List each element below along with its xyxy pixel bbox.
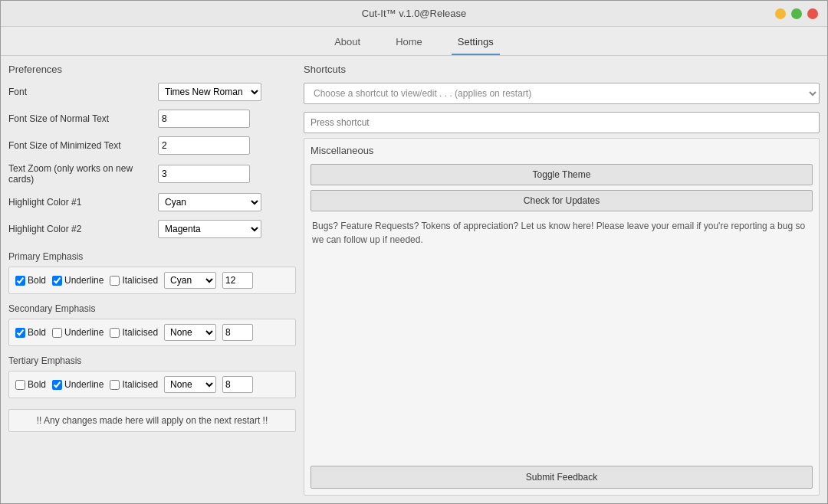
miscellaneous-section: Miscellaneous Toggle Theme Check for Upd… xyxy=(304,138,820,496)
secondary-size-input[interactable] xyxy=(222,324,253,341)
main-content: Preferences Font Times New Roman Arial C… xyxy=(1,56,827,503)
secondary-underline-label[interactable]: Underline xyxy=(52,327,104,338)
preferences-title: Preferences xyxy=(8,64,296,75)
tertiary-size-input[interactable] xyxy=(222,376,253,393)
font-size-minimized-input[interactable] xyxy=(158,136,250,155)
highlight-color-2-select[interactable]: Magenta Cyan Yellow Green None xyxy=(158,220,261,238)
tertiary-underline-label[interactable]: Underline xyxy=(52,379,104,390)
right-panel: Shortcuts Choose a shortcut to view/edit… xyxy=(304,64,820,496)
primary-emphasis-title: Primary Emphasis xyxy=(8,251,296,262)
primary-bold-checkbox[interactable] xyxy=(15,276,25,286)
check-updates-button[interactable]: Check for Updates xyxy=(310,190,813,211)
primary-color-select[interactable]: Cyan Yellow Magenta None xyxy=(164,272,216,289)
tertiary-color-select[interactable]: None Cyan Yellow Magenta xyxy=(164,376,216,393)
nav-bar: About Home Settings xyxy=(1,27,827,56)
primary-underline-label[interactable]: Underline xyxy=(52,275,104,286)
tab-settings[interactable]: Settings xyxy=(452,33,500,55)
minimize-button[interactable] xyxy=(775,8,786,19)
font-size-minimized-label: Font Size of Minimized Text xyxy=(8,140,158,151)
tertiary-bold-checkbox[interactable] xyxy=(15,380,25,390)
font-size-normal-label: Font Size of Normal Text xyxy=(8,113,158,124)
secondary-bold-checkbox[interactable] xyxy=(15,328,25,338)
text-zoom-input[interactable] xyxy=(158,165,250,183)
secondary-emphasis-row: Bold Underline Italicised None Cyan Yell… xyxy=(8,319,296,346)
shortcuts-title: Shortcuts xyxy=(304,64,820,75)
text-zoom-row: Text Zoom (only works on new cards) xyxy=(8,163,296,185)
secondary-bold-label[interactable]: Bold xyxy=(15,327,46,338)
tertiary-emphasis-row: Bold Underline Italicised None Cyan Yell… xyxy=(8,371,296,398)
misc-title: Miscellaneous xyxy=(310,145,813,156)
tertiary-emphasis-section: Tertiary Emphasis Bold Underline Italici… xyxy=(8,355,296,398)
secondary-emphasis-title: Secondary Emphasis xyxy=(8,303,296,314)
primary-bold-label[interactable]: Bold xyxy=(15,275,46,286)
font-size-normal-input[interactable] xyxy=(158,110,250,128)
title-bar: Cut-It™ v.1.0@Release xyxy=(1,1,827,27)
primary-size-input[interactable] xyxy=(222,272,253,289)
primary-underline-checkbox[interactable] xyxy=(52,276,62,286)
primary-italicised-checkbox[interactable] xyxy=(110,276,120,286)
primary-emphasis-row: Bold Underline Italicised Cyan Yellow Ma… xyxy=(8,267,296,294)
highlight-color-1-row: Highlight Color #1 Cyan Yellow Magenta G… xyxy=(8,193,296,211)
highlight-color-1-select[interactable]: Cyan Yellow Magenta Green None xyxy=(158,193,261,211)
secondary-italicised-checkbox[interactable] xyxy=(110,328,120,338)
tertiary-emphasis-title: Tertiary Emphasis xyxy=(8,355,296,366)
restart-notice: !! Any changes made here will apply on t… xyxy=(8,409,296,432)
main-window: Cut-It™ v.1.0@Release About Home Setting… xyxy=(0,0,828,504)
font-label: Font xyxy=(8,87,158,97)
shortcut-select[interactable]: Choose a shortcut to view/edit . . . (ap… xyxy=(304,83,820,104)
window-title: Cut-It™ v.1.0@Release xyxy=(362,8,467,19)
submit-feedback-button[interactable]: Submit Feedback xyxy=(310,466,813,489)
toggle-theme-button[interactable]: Toggle Theme xyxy=(310,164,813,185)
secondary-underline-checkbox[interactable] xyxy=(52,328,62,338)
primary-emphasis-section: Primary Emphasis Bold Underline Italicis… xyxy=(8,251,296,294)
preferences-panel: Preferences Font Times New Roman Arial C… xyxy=(8,64,296,496)
maximize-button[interactable] xyxy=(791,8,802,19)
font-size-normal-row: Font Size of Normal Text xyxy=(8,110,296,128)
secondary-color-select[interactable]: None Cyan Yellow Magenta xyxy=(164,324,216,341)
secondary-emphasis-section: Secondary Emphasis Bold Underline Italic… xyxy=(8,303,296,346)
highlight-color-2-label: Highlight Color #2 xyxy=(8,224,158,234)
feedback-text: Bugs? Feature Requests? Tokens of apprec… xyxy=(310,216,813,461)
highlight-color-2-row: Highlight Color #2 Magenta Cyan Yellow G… xyxy=(8,220,296,238)
font-select[interactable]: Times New Roman Arial Courier New Georgi… xyxy=(158,83,261,101)
font-row: Font Times New Roman Arial Courier New G… xyxy=(8,83,296,101)
highlight-color-1-label: Highlight Color #1 xyxy=(8,197,158,208)
tertiary-underline-checkbox[interactable] xyxy=(52,380,62,390)
tab-about[interactable]: About xyxy=(328,33,366,55)
shortcut-input[interactable] xyxy=(304,112,820,133)
tertiary-italicised-label[interactable]: Italicised xyxy=(110,379,158,390)
window-controls xyxy=(775,8,818,19)
tertiary-italicised-checkbox[interactable] xyxy=(110,380,120,390)
text-zoom-label: Text Zoom (only works on new cards) xyxy=(8,163,158,185)
primary-italicised-label[interactable]: Italicised xyxy=(110,275,158,286)
font-size-minimized-row: Font Size of Minimized Text xyxy=(8,136,296,155)
secondary-italicised-label[interactable]: Italicised xyxy=(110,327,158,338)
tertiary-bold-label[interactable]: Bold xyxy=(15,379,46,390)
close-button[interactable] xyxy=(807,8,818,19)
tab-home[interactable]: Home xyxy=(389,33,429,55)
